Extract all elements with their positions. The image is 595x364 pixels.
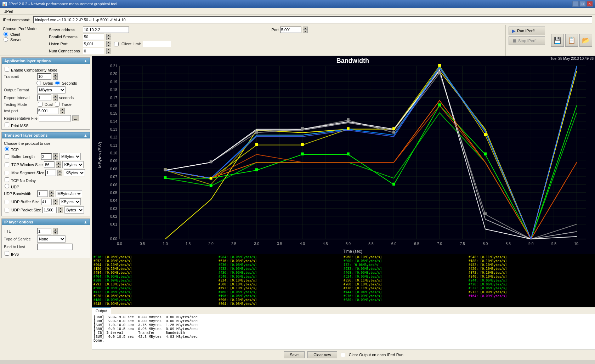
listen-down-btn[interactable]: ▼	[106, 44, 111, 47]
open-button[interactable]: 📂	[579, 34, 592, 47]
tcp-window-unit-select[interactable]: KBytes	[62, 161, 84, 168]
parallel-streams-input[interactable]	[83, 34, 104, 40]
bind-host-input[interactable]	[37, 244, 73, 250]
testport-down-btn[interactable]: ▼	[60, 111, 65, 114]
bandwidth-chart: 0.21 0.20 0.19 0.18 0.17 0.16 0.15 0.14 …	[92, 56, 595, 254]
numconn-up-btn[interactable]: ▲	[106, 48, 111, 51]
testport-up-btn[interactable]: ▲	[60, 108, 65, 111]
streams-up-btn[interactable]: ▲	[106, 34, 111, 37]
title-bar-controls: ─ □ ✕	[572, 1, 593, 7]
transmit-input[interactable]	[37, 73, 51, 80]
trade-checkbox[interactable]	[55, 102, 60, 107]
output-format-select[interactable]: MBytes	[37, 86, 66, 93]
report-down-btn[interactable]: ▼	[53, 98, 58, 101]
port-input[interactable]	[280, 27, 301, 33]
maxseg-up-btn[interactable]: ▲	[57, 170, 62, 173]
udpbuf-down-btn[interactable]: ▼	[53, 202, 58, 205]
clear-on-run-checkbox[interactable]	[341, 353, 345, 357]
save-output-button[interactable]: Save	[284, 351, 305, 358]
client-radio[interactable]	[4, 32, 8, 36]
udp-buffer-unit-select[interactable]: KBytes	[60, 198, 81, 205]
client-limit-input[interactable]	[143, 41, 171, 47]
port-up-btn[interactable]: ▲	[303, 27, 308, 30]
udp-packet-input[interactable]	[42, 207, 57, 213]
report-interval-suffix: seconds	[59, 96, 74, 100]
udp-label: UDP	[11, 185, 19, 189]
command-input[interactable]	[33, 16, 592, 23]
buffer-length-input[interactable]	[41, 153, 52, 160]
seconds-radio[interactable]	[55, 81, 60, 85]
max-seg-input[interactable]	[45, 170, 56, 176]
test-port-input[interactable]	[37, 108, 58, 114]
print-mss-checkbox[interactable]	[5, 123, 9, 127]
transport-collapse-icon[interactable]: ▲	[84, 133, 87, 137]
tos-select[interactable]: None	[37, 235, 66, 243]
buffer-length-checkbox[interactable]	[5, 154, 9, 159]
tcp-radio[interactable]	[5, 147, 9, 151]
stop-iperf-button[interactable]: ⏹ Stop IPerf!	[509, 36, 545, 45]
udppkt-down-btn[interactable]: ▼	[58, 210, 63, 213]
rep-file-input[interactable]	[39, 115, 71, 121]
streams-down-btn[interactable]: ▼	[106, 37, 111, 40]
udpbw-up-btn[interactable]: ▲	[49, 190, 54, 194]
tcp-window-input[interactable]	[44, 161, 55, 168]
minimize-button[interactable]: ─	[572, 1, 579, 7]
listen-port-input[interactable]	[83, 41, 104, 47]
udp-radio[interactable]	[5, 184, 9, 188]
num-connections-input[interactable]	[83, 48, 104, 54]
server-address-input[interactable]	[83, 27, 129, 33]
tcpwin-up-btn[interactable]: ▲	[56, 161, 61, 165]
bytes-radio[interactable]	[36, 81, 41, 85]
udpbuf-up-btn[interactable]: ▲	[53, 199, 58, 202]
ip-collapse-icon[interactable]: ▲	[84, 220, 87, 224]
report-interval-input[interactable]	[37, 95, 51, 101]
export-button[interactable]: 📋	[565, 34, 578, 47]
maximize-button[interactable]: □	[579, 1, 586, 7]
buflength-up-btn[interactable]: ▲	[53, 153, 58, 157]
port-down-btn[interactable]: ▼	[303, 30, 308, 33]
transmit-up-btn[interactable]: ▲	[53, 73, 58, 76]
tcp-window-checkbox[interactable]	[5, 163, 9, 167]
ttl-input[interactable]	[37, 228, 51, 234]
tcp-no-delay-checkbox[interactable]	[5, 177, 9, 182]
udp-bandwidth-unit-select[interactable]: MBytes/sec	[56, 190, 82, 197]
server-radio[interactable]	[4, 37, 8, 42]
transmit-down-btn[interactable]: ▼	[53, 76, 58, 80]
title-text: JPerf 2.0.2 - Network performance measur…	[8, 2, 117, 6]
run-iperf-button[interactable]: ▶ Run IPerf!	[509, 27, 545, 35]
browse-button[interactable]: ...	[72, 115, 79, 121]
svg-text:0.15: 0.15	[110, 111, 117, 115]
compat-mode-checkbox[interactable]	[5, 67, 9, 72]
client-limit-checkbox[interactable]	[114, 42, 119, 46]
udp-packet-unit-select[interactable]: Bytes	[64, 206, 84, 214]
listen-up-btn[interactable]: ▲	[106, 41, 111, 44]
save-chart-button[interactable]: 💾	[551, 34, 564, 47]
udppkt-up-btn[interactable]: ▲	[58, 207, 63, 210]
svg-rect-96	[301, 143, 304, 146]
clear-now-button[interactable]: Clear now	[307, 351, 337, 358]
numconn-down-btn[interactable]: ▼	[106, 51, 111, 54]
udp-buffer-checkbox[interactable]	[5, 200, 9, 204]
buflength-down-btn[interactable]: ▼	[53, 157, 58, 160]
max-seg-checkbox[interactable]	[5, 171, 9, 175]
ipv6-checkbox[interactable]	[5, 251, 9, 256]
app-collapse-icon[interactable]: ▲	[84, 59, 87, 63]
output-tab[interactable]: Output	[92, 307, 111, 314]
maxseg-down-btn[interactable]: ▼	[57, 173, 62, 176]
ttl-down-btn[interactable]: ▼	[53, 231, 58, 234]
udp-bandwidth-input[interactable]	[37, 190, 48, 197]
udpbw-down-btn[interactable]: ▼	[49, 194, 54, 197]
buffer-length-unit-select[interactable]: MBytes	[60, 153, 81, 160]
svg-text:10.: 10.	[574, 241, 579, 245]
report-up-btn[interactable]: ▲	[53, 95, 58, 98]
ip-layer-content: TTL ▲ ▼ Type of Service None Bind to Hos…	[2, 227, 90, 258]
max-seg-unit-select[interactable]: KBytes	[64, 169, 85, 176]
udp-buffer-input[interactable]	[41, 199, 52, 205]
ttl-up-btn[interactable]: ▲	[53, 228, 58, 231]
dual-checkbox[interactable]	[38, 102, 42, 107]
menu-jperf[interactable]: JPerf	[1, 8, 16, 14]
tcpwin-down-btn[interactable]: ▼	[56, 165, 61, 168]
udp-packet-checkbox[interactable]	[5, 208, 9, 212]
app-icon: 📊	[2, 2, 7, 6]
close-button[interactable]: ✕	[586, 1, 593, 7]
